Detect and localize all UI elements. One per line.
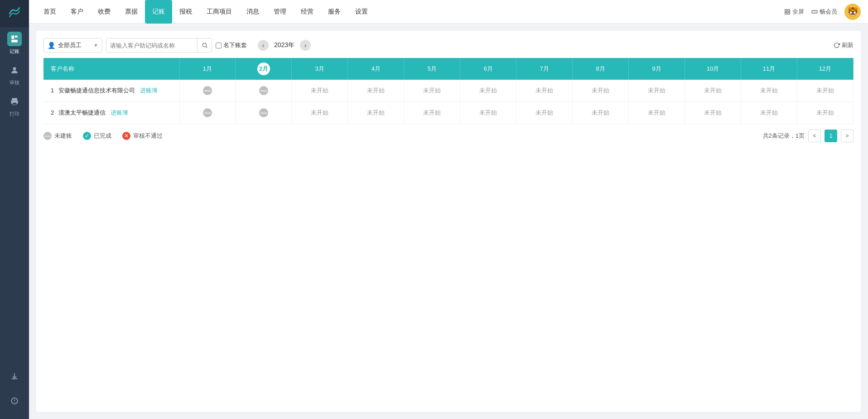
pagination-prev[interactable]: < <box>808 130 821 142</box>
sidebar-item-review[interactable]: 审核 <box>0 58 29 90</box>
legend-rejected-label: 审核不通过 <box>133 132 163 140</box>
legend-not-built-label: 未建账 <box>54 132 72 140</box>
employee-select[interactable]: 👤 全部员工 ▼ <box>43 38 102 53</box>
avatar[interactable]: 🐯 <box>844 4 861 20</box>
year-next-button[interactable]: › <box>300 40 311 51</box>
status-m7-r1: 未开始 <box>516 80 573 102</box>
sidebar-item-print[interactable]: 打印 <box>0 90 29 121</box>
nav-settings[interactable]: 设置 <box>348 0 375 24</box>
legend-not-built-icon: — <box>43 132 52 140</box>
client-name-1: 安徽畅捷通信息技术有限公司 <box>58 87 135 94</box>
status-m4-r1: 未开始 <box>348 80 404 102</box>
status-m6-r1: 未开始 <box>460 80 516 102</box>
sidebar-item-print-label: 打印 <box>10 111 19 117</box>
col-m4: 4月 <box>348 58 404 80</box>
status-m10-r2: 未开始 <box>685 102 741 124</box>
nav-operation[interactable]: 经营 <box>294 0 321 24</box>
status-m8-r1: 未开始 <box>573 80 629 102</box>
pagination-page-1[interactable]: 1 <box>825 130 837 142</box>
col-m2: 2月 <box>236 58 292 80</box>
status-dash-icon: — <box>259 86 268 95</box>
search-button[interactable] <box>197 38 212 53</box>
print-icon <box>7 94 22 109</box>
svg-point-11 <box>203 43 206 47</box>
refresh-button[interactable]: 刷新 <box>834 41 854 49</box>
status-m9-r1: 未开始 <box>629 80 685 102</box>
year-display: 2023年 <box>274 41 294 49</box>
search-input[interactable] <box>106 42 197 49</box>
col-m6: 6月 <box>460 58 516 80</box>
legend-completed-icon: ✓ <box>83 132 91 140</box>
pagination-total: 共2条记录，1页 <box>763 132 805 140</box>
status-dash-icon: — <box>203 86 212 95</box>
fullscreen-button[interactable]: 全屏 <box>784 8 804 16</box>
not-started-label: 未开始 <box>479 87 497 94</box>
col-m7: 7月 <box>516 58 573 80</box>
legend-not-built: — 未建账 <box>43 132 72 140</box>
vip-button[interactable]: 畅会员 <box>811 8 837 16</box>
nav-home[interactable]: 首页 <box>36 0 63 24</box>
sidebar: 记账 审核 打印 <box>0 0 29 419</box>
year-nav: ‹ 2023年 › <box>258 40 311 51</box>
sidebar-item-review-label: 审核 <box>10 79 19 86</box>
mine-accounts-checkbox[interactable] <box>216 43 222 48</box>
row-index: 1 <box>51 87 54 94</box>
svg-rect-2 <box>11 40 17 43</box>
status-m3-r1: 未开始 <box>292 80 348 102</box>
status-m1-r1: — <box>179 80 236 102</box>
toolbar: 👤 全部员工 ▼ 名下账套 ‹ 2023年 › <box>43 38 854 53</box>
pagination: 共2条记录，1页 < 1 > <box>763 130 854 142</box>
not-started-label: 未开始 <box>367 109 385 116</box>
not-started-label: 未开始 <box>423 109 441 116</box>
nav-billing[interactable]: 收费 <box>91 0 118 24</box>
year-prev-button[interactable]: ‹ <box>258 40 269 51</box>
table-row: 1 安徽畅捷通信息技术有限公司 进账簿 — — 未开始 未开始 未开始 未开始 … <box>43 80 854 102</box>
not-started-label: 未开始 <box>648 109 665 116</box>
client-cell-1: 1 安徽畅捷通信息技术有限公司 进账簿 <box>43 80 179 102</box>
not-started-label: 未开始 <box>535 87 553 94</box>
not-started-label: 未开始 <box>592 109 609 116</box>
support-icon <box>7 394 22 408</box>
sidebar-item-support[interactable] <box>0 389 29 412</box>
select-arrow-icon: ▼ <box>93 43 98 48</box>
row-index: 2 <box>51 109 54 116</box>
status-m12-r1: 未开始 <box>797 80 853 102</box>
status-m7-r2: 未开始 <box>516 102 573 124</box>
status-m3-r2: 未开始 <box>292 102 348 124</box>
nav-tax[interactable]: 报税 <box>172 0 199 24</box>
svg-rect-0 <box>11 36 14 39</box>
status-m2-r2: — <box>236 102 292 124</box>
svg-rect-4 <box>12 98 17 101</box>
not-started-label: 未开始 <box>816 109 834 116</box>
sidebar-item-bookkeeping[interactable]: 记账 <box>0 27 29 58</box>
svg-point-3 <box>13 67 16 70</box>
nav-invoice[interactable]: 票据 <box>118 0 145 24</box>
not-started-label: 未开始 <box>760 109 778 116</box>
col-m12: 12月 <box>797 58 853 80</box>
status-m6-r2: 未开始 <box>460 102 516 124</box>
refresh-icon <box>834 42 840 48</box>
mine-accounts-checkbox-wrap[interactable]: 名下账套 <box>216 41 247 49</box>
pagination-next[interactable]: > <box>841 130 854 142</box>
nav-bookkeeping[interactable]: 记账 <box>145 0 172 24</box>
not-started-label: 未开始 <box>704 109 722 116</box>
legend-rejected-icon: ✕ <box>122 132 130 140</box>
employee-select-label: 全部员工 <box>58 41 82 49</box>
status-m4-r2: 未开始 <box>348 102 404 124</box>
refresh-label: 刷新 <box>842 41 854 49</box>
nav-service[interactable]: 服务 <box>321 0 348 24</box>
fullscreen-label: 全屏 <box>792 8 804 16</box>
nav-message[interactable]: 消息 <box>239 0 266 24</box>
enter-account-link-1[interactable]: 进账簿 <box>140 87 158 94</box>
nav-client[interactable]: 客户 <box>63 0 91 24</box>
footer-bar: — 未建账 ✓ 已完成 ✕ 审核不通过 共2条记录，1页 < 1 > <box>43 124 854 144</box>
status-m11-r2: 未开始 <box>741 102 797 124</box>
legend-rejected: ✕ 审核不通过 <box>122 132 163 140</box>
topnav: 首页 客户 收费 票据 记账 报税 工商项目 消息 管理 经营 服务 设置 全屏… <box>29 0 868 24</box>
nav-manage[interactable]: 管理 <box>266 0 294 24</box>
nav-business[interactable]: 工商项目 <box>199 0 239 24</box>
col-m9: 9月 <box>629 58 685 80</box>
sidebar-item-download[interactable] <box>0 365 29 387</box>
enter-account-link-2[interactable]: 进账簿 <box>111 109 128 116</box>
main-area: 首页 客户 收费 票据 记账 报税 工商项目 消息 管理 经营 服务 设置 全屏… <box>29 0 868 419</box>
